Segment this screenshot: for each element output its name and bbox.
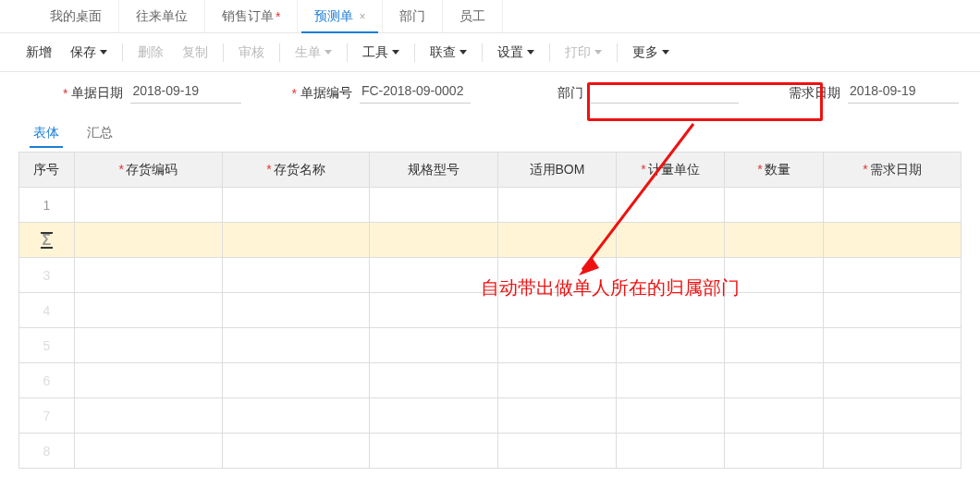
toolbar-工具[interactable]: 工具 xyxy=(353,33,409,71)
tab-3[interactable]: 预测单× xyxy=(298,0,383,32)
table-cell[interactable] xyxy=(498,188,617,223)
tab-2[interactable]: 销售订单* xyxy=(205,0,298,32)
table-cell[interactable] xyxy=(74,293,222,328)
table-cell[interactable]: 6 xyxy=(19,363,75,398)
table-cell[interactable] xyxy=(74,434,222,469)
table-cell[interactable] xyxy=(725,328,824,363)
table-cell[interactable] xyxy=(498,434,617,469)
field-value[interactable]: 2018-09-19 xyxy=(848,83,959,104)
table-row[interactable]: 7 xyxy=(19,398,962,434)
table-row[interactable]: Σ xyxy=(19,223,962,258)
table-cell[interactable]: 4 xyxy=(19,293,75,328)
column-header[interactable]: *需求日期 xyxy=(823,153,961,188)
table-cell[interactable] xyxy=(725,363,824,398)
column-header[interactable]: *存货编码 xyxy=(74,153,222,188)
table-cell[interactable] xyxy=(616,398,724,434)
field-department[interactable]: 部门 xyxy=(557,83,739,104)
toolbar-保存[interactable]: 保存 xyxy=(61,33,116,71)
table-cell[interactable] xyxy=(222,434,370,469)
table-cell[interactable] xyxy=(74,188,222,223)
detail-grid[interactable]: 序号*存货编码*存货名称规格型号适用BOM*计量单位*数量*需求日期 1Σ345… xyxy=(18,152,962,469)
table-row[interactable]: 5 xyxy=(19,328,962,363)
table-cell[interactable] xyxy=(74,223,222,258)
table-cell[interactable] xyxy=(370,293,498,328)
table-cell[interactable]: 7 xyxy=(19,398,75,434)
toolbar-联查[interactable]: 联查 xyxy=(421,33,476,71)
table-cell[interactable] xyxy=(616,223,724,258)
table-cell[interactable]: 5 xyxy=(19,328,75,363)
field-require-date[interactable]: 需求日期 2018-09-19 xyxy=(789,83,959,104)
table-cell[interactable]: 8 xyxy=(19,434,75,469)
column-header[interactable]: *数量 xyxy=(725,153,824,188)
field-value[interactable]: 2018-09-19 xyxy=(130,83,241,104)
field-value[interactable] xyxy=(591,83,739,104)
table-cell[interactable] xyxy=(370,434,498,469)
tab-5[interactable]: 员工 xyxy=(443,0,503,32)
table-cell[interactable] xyxy=(370,398,498,434)
toolbar-更多[interactable]: 更多 xyxy=(623,33,679,71)
column-header[interactable]: *存货名称 xyxy=(222,153,370,188)
close-icon[interactable]: × xyxy=(359,10,365,23)
table-cell[interactable] xyxy=(370,223,498,258)
table-cell[interactable] xyxy=(823,328,961,363)
table-cell[interactable] xyxy=(222,188,370,223)
table-cell[interactable] xyxy=(74,363,222,398)
field-label: 需求日期 xyxy=(789,85,840,102)
grid-wrap: 序号*存货编码*存货名称规格型号适用BOM*计量单位*数量*需求日期 1Σ345… xyxy=(0,152,980,469)
table-cell[interactable] xyxy=(74,328,222,363)
table-cell[interactable] xyxy=(370,188,498,223)
table-cell[interactable] xyxy=(222,293,370,328)
table-cell[interactable] xyxy=(498,328,617,363)
table-cell[interactable] xyxy=(823,188,961,223)
table-cell[interactable] xyxy=(823,258,961,293)
table-cell[interactable] xyxy=(823,363,961,398)
table-cell[interactable] xyxy=(725,188,824,223)
table-cell[interactable] xyxy=(498,398,617,434)
table-cell[interactable] xyxy=(222,223,370,258)
table-cell[interactable] xyxy=(725,398,824,434)
tab-4[interactable]: 部门 xyxy=(383,0,443,32)
field-bill-code[interactable]: * 单据编号 FC-2018-09-0002 xyxy=(291,83,470,104)
table-cell[interactable] xyxy=(74,398,222,434)
tab-0[interactable]: 我的桌面 xyxy=(33,0,119,32)
table-cell[interactable] xyxy=(823,434,961,469)
table-cell[interactable]: 3 xyxy=(19,258,75,293)
toolbar-设置[interactable]: 设置 xyxy=(488,33,544,71)
table-cell[interactable] xyxy=(222,258,370,293)
table-cell[interactable] xyxy=(823,293,961,328)
table-cell[interactable] xyxy=(370,363,498,398)
column-header[interactable]: 适用BOM xyxy=(498,153,617,188)
column-header[interactable]: 规格型号 xyxy=(370,153,498,188)
chevron-down-icon xyxy=(459,50,467,55)
table-cell[interactable] xyxy=(222,363,370,398)
table-cell[interactable] xyxy=(370,328,498,363)
toolbar-label: 保存 xyxy=(70,44,96,61)
table-cell[interactable] xyxy=(725,434,824,469)
table-cell[interactable] xyxy=(616,363,724,398)
table-cell[interactable] xyxy=(823,398,961,434)
subtab-0[interactable]: 表体 xyxy=(33,115,59,152)
table-cell[interactable] xyxy=(725,223,824,258)
table-cell[interactable] xyxy=(74,258,222,293)
table-row[interactable]: 6 xyxy=(19,363,962,398)
table-cell[interactable] xyxy=(222,328,370,363)
table-cell[interactable] xyxy=(616,188,724,223)
field-bill-date[interactable]: * 单据日期 2018-09-19 xyxy=(63,83,241,104)
table-row[interactable]: 1 xyxy=(19,188,962,223)
toolbar-新增[interactable]: 新增 xyxy=(17,33,61,71)
column-header[interactable]: 序号 xyxy=(19,153,75,188)
table-cell[interactable]: 1 xyxy=(19,188,75,223)
table-cell[interactable] xyxy=(823,223,961,258)
field-value[interactable]: FC-2018-09-0002 xyxy=(360,83,471,104)
column-header[interactable]: *计量单位 xyxy=(616,153,724,188)
table-cell[interactable] xyxy=(370,258,498,293)
subtab-1[interactable]: 汇总 xyxy=(87,115,113,152)
table-cell[interactable] xyxy=(616,434,724,469)
table-row[interactable]: 8 xyxy=(19,434,962,469)
table-cell[interactable] xyxy=(498,223,617,258)
table-cell[interactable] xyxy=(498,363,617,398)
tab-1[interactable]: 往来单位 xyxy=(119,0,205,32)
table-cell[interactable]: Σ xyxy=(19,223,75,258)
table-cell[interactable] xyxy=(616,328,724,363)
table-cell[interactable] xyxy=(222,398,370,434)
